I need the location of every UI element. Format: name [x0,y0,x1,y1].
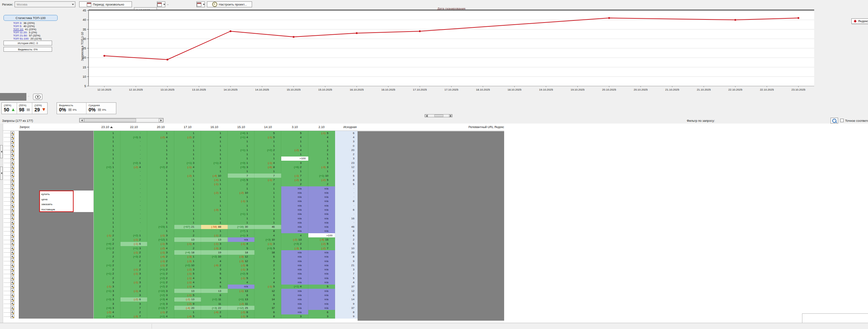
baseline-cell[interactable]: · [335,191,358,195]
position-cell[interactable]: (-1)2 [120,268,147,272]
position-cell[interactable]: 3 [254,268,281,272]
baseline-cell[interactable]: 14 [335,297,358,302]
position-cell[interactable]: n/a [308,302,335,306]
position-cell[interactable]: 1 [94,229,120,233]
position-cell[interactable]: 1 [94,225,120,229]
position-cell[interactable]: n/a [281,212,308,216]
position-cell[interactable]: 4 [254,276,281,280]
baseline-cell[interactable]: 37 [335,285,358,289]
position-cell[interactable]: (+1)1 [228,148,254,152]
position-cell[interactable]: (+6)2 [281,165,308,169]
stat-top11-20-link[interactable]: ТОП 11-20: [13,31,27,34]
query-cell-redacted[interactable] [19,131,94,135]
position-cell[interactable]: (-1)3 [94,285,120,289]
position-cell[interactable]: 1 [94,203,120,208]
position-cell[interactable]: 1 [201,220,228,225]
position-cell[interactable]: 1 [254,199,281,203]
position-cell[interactable]: (+1)2 [94,263,120,267]
position-cell[interactable]: 1 [94,152,120,156]
yandex-row-icon[interactable]: A [10,191,14,195]
position-cell[interactable]: (+1)3 [94,289,120,293]
query-cell-redacted[interactable] [19,302,94,306]
query-cell-redacted[interactable] [19,144,94,148]
position-cell[interactable]: 37 [254,306,281,310]
yandex-row-icon[interactable]: A [10,314,14,318]
position-cell[interactable]: 1 [94,169,120,174]
position-cell[interactable]: 13 [174,237,201,242]
position-cell[interactable]: 4 [254,280,281,284]
top100-statistics-button[interactable]: Статистика ТОП-100 [3,15,58,21]
position-cell[interactable]: (+2)3 [147,293,174,297]
position-cell[interactable]: 1 [174,178,201,182]
position-cell[interactable]: 1 [174,229,201,233]
scroll-right-icon[interactable] [449,115,452,117]
position-cell[interactable]: n/a [281,186,308,191]
position-cell[interactable]: (+2)5 [228,178,254,182]
query-cell-redacted[interactable] [19,263,94,267]
position-cell[interactable]: (-2)6 [120,297,147,302]
stat-top10-link[interactable]: ТОП 10: [13,28,24,31]
query-cell-redacted[interactable] [19,237,94,242]
yandex-row-icon[interactable]: A [10,131,14,135]
position-cell[interactable]: 6 [228,293,254,297]
position-cell[interactable]: 1 [147,220,174,225]
position-cell[interactable]: (-2)13 [174,297,201,302]
position-cell[interactable]: 13 [174,289,201,293]
position-cell[interactable]: 1 [147,191,174,195]
position-cell[interactable]: (-1)5 [147,242,174,246]
position-cell[interactable]: (-4)5 [174,314,201,319]
position-cell[interactable]: 1 [254,157,281,161]
yandex-row-icon[interactable]: A [10,225,14,229]
baseline-cell[interactable]: 4 [335,280,358,284]
yandex-row-icon[interactable]: A [10,234,14,237]
yandex-row-icon[interactable]: A [10,268,14,271]
baseline-cell[interactable]: 8 [335,310,358,314]
baseline-cell[interactable]: 6 [335,131,358,135]
position-cell[interactable]: · [120,178,147,182]
baseline-cell[interactable]: 8 [335,229,358,233]
position-cell[interactable]: (-2)4 [147,246,174,250]
position-cell[interactable]: (-2)4 [94,310,120,314]
position-cell[interactable]: (-1)3 [120,280,147,284]
position-cell[interactable]: 1 [228,152,254,156]
position-cell[interactable]: 1 [281,144,308,148]
position-cell[interactable]: 8 [254,229,281,233]
position-cell[interactable]: (-1)4 [174,165,201,169]
position-cell[interactable]: 1 [174,195,201,199]
region-select[interactable]: Москва [15,1,75,7]
position-cell[interactable]: 1 [201,169,228,174]
position-cell[interactable]: n/a [281,289,308,293]
position-cell[interactable]: 7 [254,272,281,276]
column-header-15.10[interactable]: 15.10 [228,125,254,129]
position-cell[interactable]: 4 [281,135,308,139]
yandex-row-icon[interactable]: A [10,152,14,156]
position-cell[interactable]: (-3)3 [308,165,335,169]
position-cell[interactable]: n/a [281,293,308,297]
query-cell-redacted[interactable] [19,259,94,263]
baseline-cell[interactable]: 8 [335,178,358,182]
query-cell-redacted[interactable] [19,220,94,225]
table-horizontal-scrollbar[interactable] [79,118,164,123]
position-cell[interactable]: · [120,140,147,144]
position-cell[interactable]: n/a [308,259,335,263]
position-cell[interactable]: (-2)1 [201,191,228,195]
scroll-left-icon[interactable] [425,115,428,117]
position-cell[interactable]: (+13)7 [147,306,174,310]
position-cell[interactable]: (+1)3 [120,246,147,250]
position-cell[interactable]: 2 [120,285,147,289]
position-cell[interactable]: (+3)1 [228,161,254,165]
yandex-row-icon[interactable]: A [10,165,14,169]
position-cell[interactable]: (+12)25 [228,306,254,310]
position-cell[interactable]: (-1)4 [174,276,201,280]
position-cell[interactable]: 1 [254,216,281,220]
position-cell[interactable]: n/a [281,225,308,229]
position-cell[interactable]: (+3)5 [254,246,281,250]
query-cell-redacted[interactable] [19,152,94,156]
baseline-cell[interactable]: 0 [335,144,358,148]
baseline-cell[interactable]: · [335,195,358,199]
exact-match-checkbox[interactable] [840,119,844,122]
position-cell[interactable]: 1 [94,199,120,203]
column-header-23.10[interactable]: 23.10 [94,125,120,129]
position-cell[interactable]: 7 [120,306,147,310]
position-cell[interactable]: 1 [147,148,174,152]
